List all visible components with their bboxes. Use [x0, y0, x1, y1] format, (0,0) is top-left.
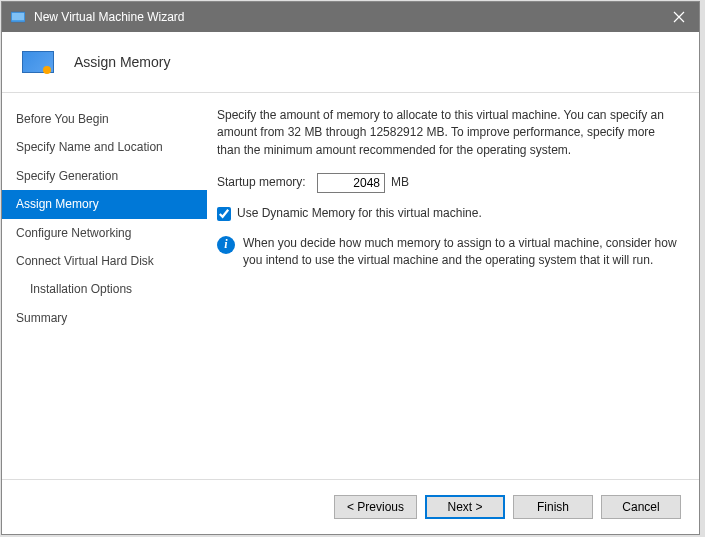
info-text: When you decide how much memory to assig…: [243, 235, 679, 270]
vm-icon: [22, 51, 54, 73]
wizard-step-3[interactable]: Assign Memory: [2, 190, 207, 218]
next-button[interactable]: Next >: [425, 495, 505, 519]
previous-button[interactable]: < Previous: [334, 495, 417, 519]
titlebar: New Virtual Machine Wizard: [2, 2, 699, 32]
svg-rect-1: [12, 13, 24, 20]
info-row: i When you decide how much memory to ass…: [217, 235, 679, 270]
startup-memory-unit: MB: [391, 174, 409, 191]
page-header: Assign Memory: [2, 32, 699, 92]
wizard-steps: Before You BeginSpecify Name and Locatio…: [2, 93, 207, 479]
wizard-step-4[interactable]: Configure Networking: [2, 219, 207, 247]
footer: < Previous Next > Finish Cancel: [2, 479, 699, 534]
finish-button[interactable]: Finish: [513, 495, 593, 519]
window-title: New Virtual Machine Wizard: [34, 10, 659, 24]
main-panel: Specify the amount of memory to allocate…: [207, 93, 699, 479]
app-icon: [10, 9, 26, 25]
wizard-step-6[interactable]: Installation Options: [2, 275, 207, 303]
dynamic-memory-label: Use Dynamic Memory for this virtual mach…: [237, 205, 482, 222]
description-text: Specify the amount of memory to allocate…: [217, 107, 679, 159]
content: Before You BeginSpecify Name and Locatio…: [2, 93, 699, 479]
wizard-window: New Virtual Machine Wizard Assign Memory…: [1, 1, 700, 535]
startup-memory-input[interactable]: [317, 173, 385, 193]
wizard-step-2[interactable]: Specify Generation: [2, 162, 207, 190]
startup-memory-label: Startup memory:: [217, 174, 317, 191]
page-title: Assign Memory: [74, 54, 170, 70]
wizard-step-5[interactable]: Connect Virtual Hard Disk: [2, 247, 207, 275]
info-icon: i: [217, 236, 235, 254]
wizard-step-7[interactable]: Summary: [2, 304, 207, 332]
dynamic-memory-checkbox[interactable]: [217, 207, 231, 221]
wizard-step-1[interactable]: Specify Name and Location: [2, 133, 207, 161]
dynamic-memory-row: Use Dynamic Memory for this virtual mach…: [217, 205, 679, 222]
wizard-step-0[interactable]: Before You Begin: [2, 105, 207, 133]
cancel-button[interactable]: Cancel: [601, 495, 681, 519]
close-button[interactable]: [659, 2, 699, 32]
startup-memory-row: Startup memory: MB: [217, 173, 679, 193]
